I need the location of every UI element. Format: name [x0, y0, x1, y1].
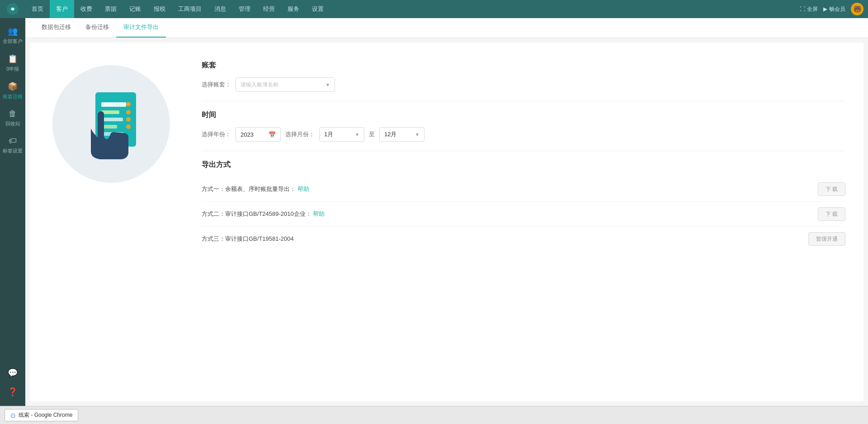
taskbar: ⊙ 线索 - Google Chrome	[0, 406, 868, 424]
month-end-select[interactable]: 12月 ▼	[379, 127, 425, 142]
svg-rect-3	[101, 102, 126, 107]
chat-icon: 💬	[8, 368, 18, 378]
svg-point-10	[126, 117, 131, 122]
svg-rect-5	[101, 118, 123, 121]
sidebar-item-label-recycle: 回收站	[5, 120, 20, 127]
export-method-3-label: 方式三：审计接口GB/T19581-2004	[202, 235, 294, 243]
account-placeholder: 请输入账簿名称	[241, 81, 278, 89]
month-start-select[interactable]: 1月 ▼	[319, 127, 364, 142]
year-label: 选择年份：	[202, 130, 231, 138]
nav-item-commerce[interactable]: 工商项目	[172, 0, 208, 18]
chevron-down-icon-month: ▼	[355, 132, 359, 137]
export-method-1-text: 方式一：余额表、序时账批量导出：	[202, 186, 296, 192]
export-method-1-label: 方式一：余额表、序时账批量导出： 帮助	[202, 185, 309, 193]
tab-audit-export[interactable]: 审计文件导出	[116, 18, 166, 38]
sidebar-item-label-tag: 标签设置	[3, 148, 23, 154]
help-icon: ❓	[8, 387, 18, 397]
nav-item-message[interactable]: 消息	[208, 0, 232, 18]
calendar-icon: 📅	[269, 131, 276, 138]
export-method-1-download-button[interactable]: 下 载	[818, 182, 845, 196]
sidebar-item-all-customers[interactable]: 👥 全部客户	[0, 22, 25, 49]
nav-right: ⛶ 全屏 ▶ 畅会员 🐻	[800, 3, 863, 15]
year-input[interactable]: 2023 📅	[236, 127, 281, 142]
svg-point-8	[126, 102, 131, 106]
illustration-svg	[71, 79, 152, 169]
sidebar-item-recycle[interactable]: 🗑 回收站	[0, 105, 25, 132]
member-icon: ▶	[823, 6, 827, 12]
nav-item-tax[interactable]: 报税	[147, 0, 172, 18]
export-method-2-text: 方式二：审计接口GB/T24589-2010企业：	[202, 210, 311, 217]
chrome-icon: ⊙	[10, 412, 16, 419]
sidebar-item-tag-settings[interactable]: 🏷 标签设置	[0, 132, 25, 159]
sidebar-bottom: 💬 ❓	[0, 363, 25, 401]
export-method-3-open-button[interactable]: 暂缓开通	[808, 232, 845, 246]
member-label: 畅会员	[829, 5, 845, 13]
section-divider-2	[202, 151, 845, 151]
svg-point-9	[126, 110, 131, 114]
month-label: 选择月份：	[285, 130, 315, 138]
member-button[interactable]: ▶ 畅会员	[823, 5, 845, 13]
recycle-icon: 🗑	[9, 109, 17, 119]
export-method-2-label: 方式二：审计接口GB/T24589-2010企业： 帮助	[202, 210, 325, 218]
nav-item-bookkeeping[interactable]: 记账	[123, 0, 147, 18]
taskbar-chrome-label: 线索 - Google Chrome	[19, 411, 72, 419]
nav-item-service[interactable]: 服务	[281, 0, 306, 18]
sidebar: 👥 全部客户 📋 0申报 📦 账套迁移 🗑 回收站 🏷 标签设置 💬 ❓	[0, 18, 25, 406]
month-end-value: 12月	[384, 130, 396, 138]
nav-item-fee[interactable]: 收费	[74, 0, 99, 18]
fullscreen-label: 全屏	[807, 5, 818, 13]
fullscreen-button[interactable]: ⛶ 全屏	[800, 5, 818, 13]
nav-item-business[interactable]: 经营	[257, 0, 281, 18]
account-migrate-icon: 📦	[8, 81, 18, 91]
nav-items: 首页 客户 收费 票据 记账 报税 工商项目 消息 管理 经营 服务 设置	[25, 0, 800, 18]
sidebar-item-label-declare: 0申报	[6, 66, 19, 72]
sidebar-item-chat[interactable]: 💬	[0, 363, 25, 382]
tab-bar: 数据包迁移 备份迁移 审计文件导出	[25, 18, 868, 38]
all-customers-icon: 👥	[8, 26, 18, 36]
to-label: 至	[369, 130, 375, 138]
export-method-2: 方式二：审计接口GB/T24589-2010企业： 帮助 下 载	[202, 202, 845, 227]
nav-item-manage[interactable]: 管理	[232, 0, 257, 18]
fullscreen-icon: ⛶	[800, 6, 805, 12]
sidebar-item-account-migrate[interactable]: 📦 账套迁移	[0, 77, 25, 105]
top-nav: 首页 客户 收费 票据 记账 报税 工商项目 消息 管理 经营 服务 设置 ⛶ …	[0, 0, 868, 18]
sidebar-item-zero-declare[interactable]: 📋 0申报	[0, 49, 25, 77]
export-section-title: 导出方式	[202, 160, 845, 170]
svg-point-1	[11, 8, 14, 10]
time-section-title: 时间	[202, 110, 845, 120]
main-layout: 👥 全部客户 📋 0申报 📦 账套迁移 🗑 回收站 🏷 标签设置 💬 ❓	[0, 18, 868, 406]
export-method-3-text: 方式三：审计接口GB/T19581-2004	[202, 235, 294, 242]
page-content: 账套 选择账套： 请输入账簿名称 ▼ 时间 选择年份： 2023 📅	[30, 43, 863, 401]
svg-point-11	[126, 124, 131, 129]
taskbar-chrome-item[interactable]: ⊙ 线索 - Google Chrome	[5, 409, 78, 421]
chevron-down-icon-month-end: ▼	[415, 132, 420, 137]
export-method-2-download-button[interactable]: 下 载	[818, 207, 845, 221]
nav-item-settings[interactable]: 设置	[306, 0, 330, 18]
zero-declare-icon: 📋	[8, 54, 18, 64]
svg-rect-4	[101, 110, 119, 114]
account-form-row: 选择账套： 请输入账簿名称 ▼	[202, 77, 845, 92]
export-method-3: 方式三：审计接口GB/T19581-2004 暂缓开通	[202, 227, 845, 251]
nav-item-ticket[interactable]: 票据	[99, 0, 123, 18]
avatar: 🐻	[851, 3, 863, 15]
sidebar-item-label-customers: 全部客户	[3, 38, 23, 45]
account-label: 选择账套：	[202, 81, 231, 89]
content-area: 数据包迁移 备份迁移 审计文件导出	[25, 18, 868, 406]
account-select[interactable]: 请输入账簿名称 ▼	[236, 77, 335, 92]
nav-item-home[interactable]: 首页	[25, 0, 50, 18]
time-form-row: 选择年份： 2023 📅 选择月份： 1月 ▼ 至 12月 ▼	[202, 127, 845, 142]
sidebar-item-help[interactable]: ❓	[0, 382, 25, 401]
tab-backup-migrate[interactable]: 备份迁移	[78, 18, 116, 38]
nav-item-customer[interactable]: 客户	[50, 0, 74, 18]
tab-data-package[interactable]: 数据包迁移	[34, 18, 78, 38]
sidebar-item-label-migrate: 账套迁移	[3, 93, 23, 100]
illustration-container	[48, 65, 175, 183]
chevron-down-icon: ▼	[326, 82, 330, 87]
illustration-circle	[52, 65, 170, 183]
section-divider-1	[202, 101, 845, 101]
export-method-1: 方式一：余额表、序时账批量导出： 帮助 下 载	[202, 177, 845, 202]
month-start-value: 1月	[324, 130, 333, 138]
export-method-2-help[interactable]: 帮助	[313, 210, 325, 217]
export-method-1-help[interactable]: 帮助	[297, 186, 309, 192]
logo	[5, 1, 21, 17]
